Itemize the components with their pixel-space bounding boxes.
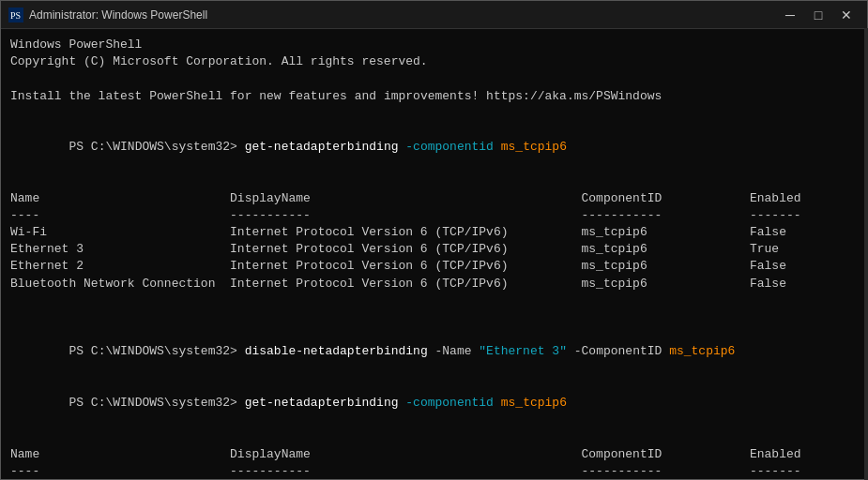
terminal-body[interactable]: Windows PowerShell Copyright (C) Microso…: [1, 29, 867, 479]
table1-row1: Wi-Fi Internet Protocol Version 6 (TCP/I…: [10, 224, 858, 241]
title-bar-left: PS Administrator: Windows PowerShell: [8, 8, 207, 22]
table1-row3: Ethernet 2 Internet Protocol Version 6 (…: [10, 258, 858, 275]
table1-header: Name DisplayName ComponentID Enabled: [10, 190, 858, 207]
line-7: [10, 292, 858, 309]
window-title: Administrator: Windows PowerShell: [29, 8, 207, 22]
scrollbar[interactable]: [864, 28, 868, 480]
line-6: [10, 173, 858, 190]
line-5: [10, 105, 858, 122]
title-bar: PS Administrator: Windows PowerShell ─ □…: [1, 1, 867, 29]
powershell-window: PS Administrator: Windows PowerShell ─ □…: [0, 0, 868, 480]
svg-text:PS: PS: [10, 10, 21, 21]
window-wrapper: PS Administrator: Windows PowerShell ─ □…: [0, 0, 868, 480]
line-1: Windows PowerShell: [10, 37, 858, 53]
minimize-button[interactable]: ─: [777, 5, 803, 25]
line-4: Install the latest PowerShell for new fe…: [10, 88, 858, 105]
table2-header: Name DisplayName ComponentID Enabled: [10, 446, 858, 463]
line-9: [10, 428, 858, 445]
table1-row4: Bluetooth Network Connection Internet Pr…: [10, 276, 858, 292]
line-cmd3: PS C:\WINDOWS\system32> get-netadapterbi…: [10, 378, 858, 429]
title-bar-controls: ─ □ ✕: [777, 5, 860, 25]
close-button[interactable]: ✕: [833, 5, 860, 25]
line-2: Copyright (C) Microsoft Corporation. All…: [10, 53, 858, 70]
line-3: [10, 70, 858, 87]
line-8: [10, 309, 858, 326]
table2-divider: ---- ----------- ----------- -------: [10, 463, 858, 479]
maximize-button[interactable]: □: [805, 5, 831, 25]
line-cmd1: PS C:\WINDOWS\system32> get-netadapterbi…: [10, 122, 858, 173]
powershell-icon: PS: [8, 8, 23, 22]
line-cmd2: PS C:\WINDOWS\system32> disable-netadapt…: [10, 326, 858, 378]
table1-row2: Ethernet 3 Internet Protocol Version 6 (…: [10, 241, 858, 258]
table1-divider: ---- ----------- ----------- -------: [10, 207, 858, 224]
